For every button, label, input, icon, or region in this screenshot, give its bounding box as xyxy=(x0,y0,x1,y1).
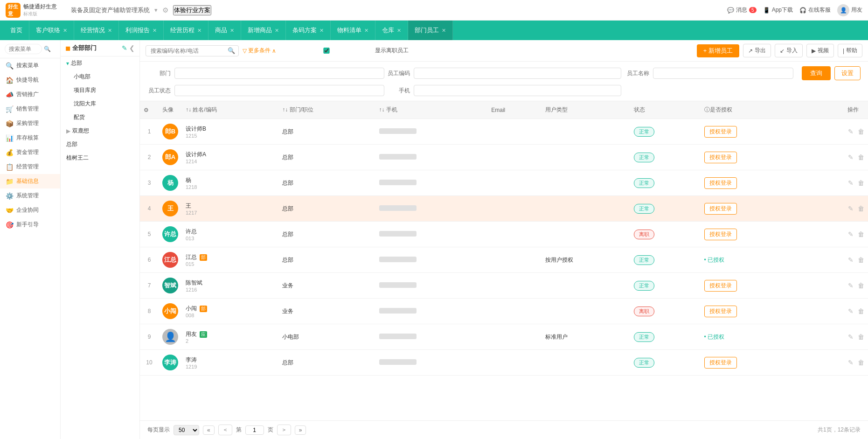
sidebar-item-system[interactable]: ⚙️系统管理 xyxy=(0,188,60,203)
filter-code-input[interactable] xyxy=(414,68,621,79)
edit-dept-icon[interactable]: ✎ xyxy=(122,44,127,52)
close-tab-icon[interactable]: ✕ xyxy=(319,28,324,34)
dept-node-peihuo[interactable]: 配货 xyxy=(68,111,139,124)
col-dept[interactable]: ↑↓ 部门/职位 xyxy=(278,101,375,119)
navtab-商品[interactable]: 商品 ✕ xyxy=(208,21,241,40)
navtab-经营历程[interactable]: 经营历程 ✕ xyxy=(164,21,208,40)
dept-node-xiaodian[interactable]: 小电部 xyxy=(68,70,139,84)
authorize-btn[interactable]: 授权登录 xyxy=(704,177,737,189)
last-page-btn[interactable]: » xyxy=(295,425,306,435)
dept-node-zongbu2[interactable]: 总部 xyxy=(61,138,139,151)
close-tab-icon[interactable]: ✕ xyxy=(275,28,279,34)
edit-icon[interactable]: ✎ xyxy=(848,359,854,366)
sidebar-item-guide[interactable]: 🎯新手引导 xyxy=(0,217,60,232)
settings-col-icon[interactable]: ⚙ xyxy=(144,107,149,113)
edit-icon[interactable]: ✎ xyxy=(848,333,854,341)
edit-icon[interactable]: ✎ xyxy=(848,256,854,264)
sidebar-item-basic[interactable]: 📁基础信息 xyxy=(0,174,60,188)
col-name[interactable]: ↑↓ 姓名/编码 xyxy=(182,101,278,119)
authorize-btn[interactable]: 授权登录 xyxy=(704,280,737,292)
view-btn[interactable]: ▶ 视频 xyxy=(806,44,834,57)
delete-icon[interactable]: 🗑 xyxy=(858,179,864,187)
edit-icon[interactable]: ✎ xyxy=(848,230,854,238)
first-page-btn[interactable]: « xyxy=(203,425,215,435)
sidebar-item-purchase[interactable]: 📦采购管理 xyxy=(0,116,60,131)
sidebar-item-nav[interactable]: 🏠快捷导航 xyxy=(0,73,60,87)
sidebar-search-input[interactable] xyxy=(5,44,42,54)
settings-icon[interactable]: ⚙ xyxy=(162,6,168,14)
add-employee-btn[interactable]: + 新增员工 xyxy=(697,44,739,57)
navtab-首页[interactable]: 首页 xyxy=(4,21,29,40)
close-tab-icon[interactable]: ✕ xyxy=(397,28,401,34)
close-tab-icon[interactable]: ✕ xyxy=(364,28,368,34)
filter-name-input[interactable] xyxy=(653,68,793,79)
col-phone[interactable]: ↑↓ 手机 xyxy=(375,101,488,119)
dept-node-zongbu[interactable]: ▾ 总部 xyxy=(61,56,139,70)
authorize-btn[interactable]: 授权登录 xyxy=(704,357,737,369)
search-btn[interactable]: 查询 xyxy=(802,66,831,80)
filter-phone-input[interactable] xyxy=(414,85,621,96)
collapse-dept-icon[interactable]: ❮ xyxy=(129,44,135,52)
edit-icon[interactable]: ✎ xyxy=(848,205,854,212)
per-page-select[interactable]: 50 20 100 xyxy=(174,425,199,435)
help-btn[interactable]: | 帮助 xyxy=(838,44,862,57)
online-service-btn[interactable]: 🎧 在线客服 xyxy=(799,6,831,14)
navtab-部门员工[interactable]: 部门员工 ✕ xyxy=(408,21,453,40)
more-filters-btn[interactable]: ▽ 更多条件 ∧ xyxy=(243,47,276,55)
search-input[interactable] xyxy=(146,45,239,56)
settings-btn[interactable]: 设置 xyxy=(834,66,861,80)
delete-icon[interactable]: 🗑 xyxy=(858,333,864,341)
dept-node-shuanglu[interactable]: ▶ 双鹿想 xyxy=(61,124,139,138)
next-page-btn[interactable]: ＞ xyxy=(277,425,291,435)
close-tab-icon[interactable]: ✕ xyxy=(197,28,201,34)
edit-icon[interactable]: ✎ xyxy=(848,179,854,187)
trial-button[interactable]: 体验行业方案 xyxy=(173,5,211,15)
delete-icon[interactable]: 🗑 xyxy=(858,282,864,289)
show-resigned-checkbox[interactable] xyxy=(280,48,373,54)
close-tab-icon[interactable]: ✕ xyxy=(63,28,67,34)
navtab-经营情况[interactable]: 经营情况 ✕ xyxy=(74,21,119,40)
close-tab-icon[interactable]: ✕ xyxy=(442,28,446,34)
filter-status-select[interactable] xyxy=(174,85,384,96)
navtab-客户联络[interactable]: 客户联络 ✕ xyxy=(29,21,74,40)
sidebar-item-inventory[interactable]: 📊库存核算 xyxy=(0,131,60,145)
authorize-btn[interactable]: 授权登录 xyxy=(704,152,737,163)
delete-icon[interactable]: 🗑 xyxy=(858,205,864,212)
delete-icon[interactable]: 🗑 xyxy=(858,128,864,135)
delete-icon[interactable]: 🗑 xyxy=(858,359,864,366)
sidebar-item-management[interactable]: 📋经营管理 xyxy=(0,160,60,174)
authorize-btn[interactable]: 授权登录 xyxy=(704,126,737,138)
delete-icon[interactable]: 🗑 xyxy=(858,256,864,264)
edit-icon[interactable]: ✎ xyxy=(848,307,854,315)
navtab-利润报告[interactable]: 利润报告 ✕ xyxy=(119,21,164,40)
title-dropdown-icon[interactable]: ▾ xyxy=(154,7,158,14)
navtab-新增商品[interactable]: 新增商品 ✕ xyxy=(241,21,286,40)
page-input[interactable] xyxy=(245,425,264,435)
close-tab-icon[interactable]: ✕ xyxy=(153,28,157,34)
delete-icon[interactable]: 🗑 xyxy=(858,307,864,315)
filter-dept-select[interactable] xyxy=(174,68,384,79)
sidebar-item-finance[interactable]: 💰资金管理 xyxy=(0,145,60,160)
import-btn[interactable]: ↙ 导入 xyxy=(775,44,803,57)
messages-btn[interactable]: 💬 消息 5 xyxy=(727,6,757,14)
close-tab-icon[interactable]: ✕ xyxy=(108,28,112,34)
navtab-仓库[interactable]: 仓库 ✕ xyxy=(375,21,408,40)
edit-icon[interactable]: ✎ xyxy=(848,282,854,289)
authorize-btn[interactable]: 授权登录 xyxy=(704,306,737,317)
edit-icon[interactable]: ✎ xyxy=(848,128,854,135)
dept-node-zhishu[interactable]: 植树王二 xyxy=(61,151,139,165)
prev-page-btn[interactable]: ＜ xyxy=(218,425,232,435)
close-tab-icon[interactable]: ✕ xyxy=(230,28,234,34)
delete-icon[interactable]: 🗑 xyxy=(858,230,864,238)
sidebar-item-search[interactable]: 🔍搜索菜单 xyxy=(0,58,60,73)
sidebar-item-sales[interactable]: 🛒销售管理 xyxy=(0,102,60,116)
export-btn[interactable]: ↗ 导出 xyxy=(743,44,771,57)
edit-icon[interactable]: ✎ xyxy=(848,153,854,161)
dept-node-shenyang[interactable]: 沈阳大库 xyxy=(68,97,139,111)
navtab-条码方案[interactable]: 条码方案 ✕ xyxy=(286,21,331,40)
app-download-btn[interactable]: 📱 App下载 xyxy=(763,6,793,14)
navtab-物料清单[interactable]: 物料清单 ✕ xyxy=(331,21,375,40)
sidebar-item-marketing[interactable]: 📣营销推广 xyxy=(0,87,60,102)
authorize-btn[interactable]: 授权登录 xyxy=(704,229,737,240)
dept-node-xiangmu[interactable]: 项目库房 xyxy=(68,84,139,97)
